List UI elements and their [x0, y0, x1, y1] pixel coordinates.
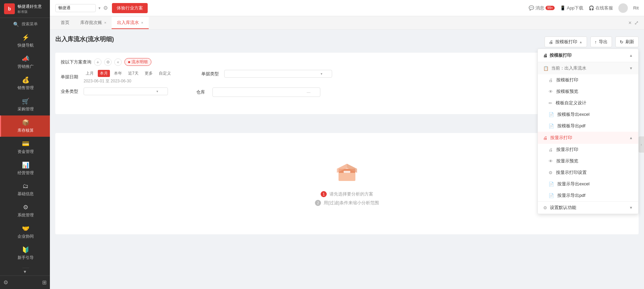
page-title: 出入库流水(流水明细) [55, 35, 114, 43]
sidebar-item-system[interactable]: ⚙ 系统管理 [0, 200, 50, 221]
topbar-chevron-down-icon[interactable]: ▾ [98, 6, 100, 10]
dropdown-template-custom-label: 模板自定义设计 [556, 100, 586, 106]
dropdown-template-custom[interactable]: ✏ 模板自定义设计 [538, 97, 638, 109]
filter-settings-button[interactable]: ⚙ [104, 58, 112, 66]
dropdown-current-template[interactable]: 📋 当前：出入库流水 ▼ [538, 62, 638, 74]
sales-icon: 💰 [22, 76, 29, 84]
online-service-button[interactable]: 🎧 在线客服 [589, 5, 613, 11]
app-version: 标准版 [18, 9, 42, 14]
user-avatar[interactable] [618, 3, 628, 13]
sidebar-item-appcenter[interactable]: 🔲 应用中心 [0, 264, 50, 268]
dropdown-header[interactable]: 🖨 按模板打印 ▲ [538, 49, 638, 62]
sidebar-item-purchase[interactable]: 🛒 采购管理 [0, 94, 50, 115]
empty-state: 1 请先选择要分析的方案 2 用[过滤]条件来缩小分析范围 [308, 138, 385, 229]
tab-inout-close-icon[interactable]: × [141, 21, 143, 25]
sidebar-item-finance[interactable]: 💳 资金管理 [0, 137, 50, 158]
date-opt-custom[interactable]: 自定义 [157, 70, 173, 77]
warehouse-more-icon[interactable]: ··· [306, 89, 311, 95]
main-area: ▾ ⚙ 体验行业方案 💬 消息 99+ 📱 App下载 🎧 在线客服 Rit 首 [50, 0, 644, 289]
sidebar-item-search[interactable]: 🔍 搜索菜单 [0, 18, 50, 30]
current-template-label: 当前：出入库流水 [551, 65, 586, 71]
dropdown-bottom-label: 设置默认功能 [550, 205, 576, 211]
tab-home-label: 首页 [61, 20, 69, 26]
template-print-button[interactable]: 🖨 按模板打印 ▲ [545, 36, 587, 47]
warehouse-select[interactable]: ··· [212, 87, 320, 97]
tab-expand-button[interactable]: ⤢ [634, 20, 639, 26]
display-print-section-icon: 🖨 [543, 135, 548, 140]
filter-collapse-button[interactable]: « [114, 58, 122, 66]
date-opt-more[interactable]: 更多 [143, 70, 155, 77]
tabs-bar: 首页 库存批次账 × 出入库流水 × × ⤢ [50, 16, 644, 30]
dropdown-display-preview[interactable]: 👁 按显示预览 [538, 155, 638, 167]
sidebar-item-guide[interactable]: 🔰 新手引导 [0, 243, 50, 264]
sidebar-nav: ⚡ 快捷导航 📣 营销推广 💰 销售管理 🛒 采购管理 📦 库存核算 💳 资金管… [0, 30, 50, 268]
dropdown-display-settings[interactable]: ⚙ 按显示打印设置 [538, 167, 638, 178]
message-button[interactable]: 💬 消息 99+ [529, 5, 555, 11]
dropdown-display-print-section[interactable]: 🖨 按显示打印 ▲ [538, 132, 638, 144]
collapse-icon[interactable]: ⊞ [42, 279, 47, 286]
dropdown-display-settings-label: 按显示打印设置 [556, 169, 587, 176]
date-opt-last-month[interactable]: 上月 [84, 70, 96, 77]
date-filter-field: 单据日期 上月 本月 本年 近7天 更多 自定义 2023-06-01 至 20… [61, 70, 173, 84]
sidebar-item-inventory[interactable]: 📦 库存核算 [0, 115, 50, 137]
filter-add-button[interactable]: + [94, 58, 101, 66]
search-icon: 🔍 [13, 22, 19, 27]
topbar-user-area: ▾ ⚙ [55, 4, 108, 12]
topbar-search-input[interactable] [55, 4, 96, 12]
dropdown-display-excel[interactable]: 📄 按显示导出excel [538, 178, 638, 190]
topbar-gear-icon[interactable]: ⚙ [103, 5, 108, 11]
biz-type-select[interactable]: ▾ [84, 87, 168, 95]
quick-nav-icon: ⚡ [22, 34, 29, 41]
sidebar-item-quick-nav[interactable]: ⚡ 快捷导航 [0, 30, 50, 52]
sidebar-scroll-down[interactable]: ▼ [0, 268, 50, 275]
right-expand-button[interactable]: › [639, 136, 644, 153]
template-pdf-icon: 📄 [549, 124, 554, 129]
sidebar-item-operations[interactable]: 📊 经营管理 [0, 158, 50, 179]
filter-tag[interactable]: 流水明细 [124, 58, 151, 66]
dropdown-template-preview[interactable]: 👁 按模板预览 [538, 86, 638, 97]
chevron-down-icon: ▼ [23, 269, 27, 274]
dropdown-display-print[interactable]: 🖨 按显示打印 [538, 144, 638, 155]
trial-button[interactable]: 体验行业方案 [112, 3, 148, 13]
date-opt-this-month[interactable]: 本月 [98, 70, 110, 77]
dropdown-template-excel-label: 按模板导出excel [557, 111, 589, 117]
display-excel-icon: 📄 [549, 182, 554, 187]
app-download-button[interactable]: 📱 App下载 [560, 5, 583, 11]
logo-icon: b [4, 3, 15, 14]
export-label: 导出 [599, 39, 608, 45]
tab-close-all-button[interactable]: × [628, 20, 632, 26]
bill-type-select[interactable]: ▾ [224, 70, 332, 78]
dropdown-display-print-label: 按显示打印 [556, 147, 578, 153]
message-icon: 💬 [529, 5, 534, 10]
date-field-label: 单据日期 [61, 74, 81, 80]
display-settings-icon: ⚙ [549, 170, 553, 175]
dropdown-template-print[interactable]: 🖨 按模板打印 [538, 74, 638, 86]
current-template-chevron-icon: ▼ [629, 66, 633, 70]
sidebar-item-basic[interactable]: 🗂 基础信息 [0, 179, 50, 200]
settings-icon[interactable]: ⚙ [3, 279, 8, 286]
refresh-button[interactable]: ↻ 刷新 [615, 36, 639, 47]
messages-badge: 99+ [546, 6, 555, 10]
tab-batch-account[interactable]: 库存批次账 × [75, 17, 112, 29]
empty-icon [333, 159, 360, 186]
dropdown-display-pdf[interactable]: 📄 按显示导出pdf [538, 190, 638, 201]
dropdown-template-excel[interactable]: 📄 按模板导出excel [538, 109, 638, 120]
sidebar-item-sales[interactable]: 💰 销售管理 [0, 73, 50, 94]
tab-inout-flow[interactable]: 出入库流水 × [112, 17, 148, 29]
service-label: 在线客服 [595, 5, 613, 11]
date-opt-this-year[interactable]: 本年 [112, 70, 124, 77]
sidebar-item-label: 系统管理 [18, 212, 34, 218]
inventory-icon: 📦 [22, 119, 29, 126]
sidebar-item-enterprise[interactable]: 🤝 企业协同 [0, 221, 50, 243]
sidebar-bottom: ⚙ ⊞ [0, 275, 50, 289]
date-opt-7days[interactable]: 近7天 [126, 70, 141, 77]
dropdown-set-default[interactable]: ⚙ 设置默认功能 ▼ [538, 201, 638, 214]
tab-home[interactable]: 首页 [55, 17, 75, 29]
step-1-text: 请先选择要分析的方案 [329, 191, 373, 197]
app-name: 畅捷通好生意 [18, 4, 42, 9]
dropdown-template-pdf[interactable]: 📄 按模板导出pdf [538, 120, 638, 132]
chevron-up-icon: ▲ [579, 40, 583, 44]
tab-batch-close-icon[interactable]: × [104, 21, 106, 25]
sidebar-item-marketing[interactable]: 📣 营销推广 [0, 52, 50, 73]
export-button[interactable]: ↑ 导出 [590, 36, 612, 47]
